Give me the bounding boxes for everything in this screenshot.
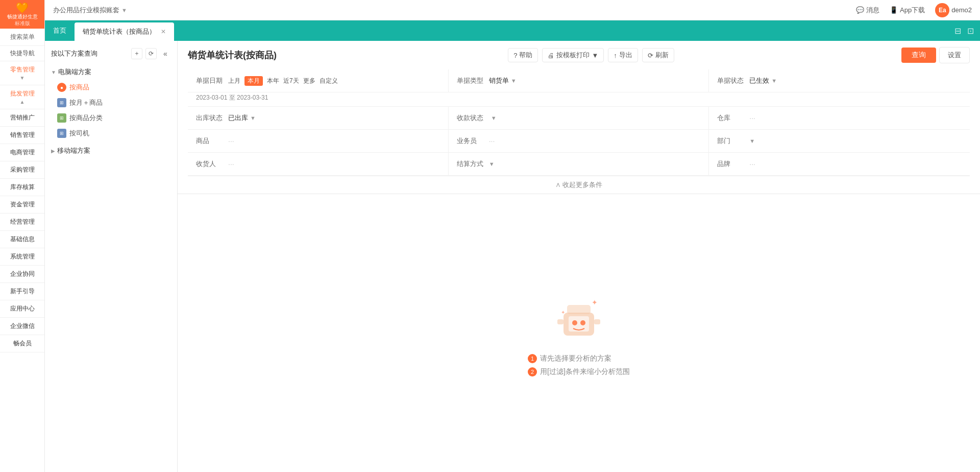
sidebar-item-basic[interactable]: 基础信息 bbox=[0, 231, 44, 248]
step-1-num: 1 bbox=[528, 354, 537, 363]
receiver-dots[interactable]: ··· bbox=[228, 160, 234, 168]
sidebar-item-ecommerce[interactable]: 电商管理 bbox=[0, 144, 44, 161]
scheme-item-by-category[interactable]: ⊞ 按商品分类 bbox=[45, 110, 177, 126]
svg-rect-6 bbox=[567, 305, 591, 314]
sidebar-item-wholesale-label: 批发管理 bbox=[10, 89, 35, 98]
dept-dropdown-arrow[interactable]: ▼ bbox=[749, 138, 755, 144]
empty-step-1: 1 请先选择要分析的方案 bbox=[528, 354, 630, 363]
empty-illustration: ✦ ✦ bbox=[551, 290, 607, 346]
settlement-dropdown-arrow[interactable]: ▼ bbox=[489, 161, 495, 167]
add-scheme-btn[interactable]: + bbox=[131, 48, 142, 59]
collapse-more-btn[interactable]: ∧ 收起更多条件 bbox=[188, 176, 970, 194]
scheme-item-by-month-product[interactable]: ⊞ 按月＋商品 bbox=[45, 95, 177, 110]
type-dropdown-arrow[interactable]: ▼ bbox=[511, 78, 517, 84]
payment-status-dropdown-arrow[interactable]: ▼ bbox=[491, 115, 497, 121]
sidebar-item-purchase[interactable]: 采购管理 bbox=[0, 161, 44, 179]
empty-step-1-text: 请先选择要分析的方案 bbox=[540, 354, 611, 363]
brand-dots[interactable]: ··· bbox=[749, 160, 755, 168]
logo-subtitle: 标准版 bbox=[15, 20, 30, 27]
page-title-row: 销货单统计表(按商品) ? 帮助 🖨 按模板打印 ▼ ↑ bbox=[188, 47, 970, 63]
scheme-item-by-cashier[interactable]: ⊞ 按司机 bbox=[45, 126, 177, 141]
print-btn[interactable]: 🖨 按模板打印 ▼ bbox=[542, 48, 604, 62]
date-range-display: 2023-03-01 至 2023-03-31 bbox=[196, 94, 268, 101]
salesperson-dots[interactable]: ··· bbox=[489, 137, 495, 145]
by-cashier-icon: ⊞ bbox=[57, 129, 66, 138]
this-month-btn[interactable]: 本月 bbox=[244, 76, 263, 86]
sidebar-item-operations[interactable]: 经营管理 bbox=[0, 214, 44, 231]
sidebar-search[interactable]: 搜索菜单 bbox=[0, 29, 44, 46]
export-btn[interactable]: ↑ 导出 bbox=[608, 48, 638, 62]
sidebar-item-sales[interactable]: 销售管理 bbox=[0, 127, 44, 144]
sidebar-item-system[interactable]: 系统管理 bbox=[0, 248, 44, 266]
sidebar-item-sales-label: 销售管理 bbox=[10, 131, 35, 139]
last7days-btn[interactable]: 近7天 bbox=[283, 77, 299, 85]
svg-rect-5 bbox=[594, 319, 600, 324]
sidebar-item-basic-label: 基础信息 bbox=[10, 235, 35, 244]
sidebar-item-coop[interactable]: 企业协同 bbox=[0, 266, 44, 283]
scheme-group-desktop: ▼ 电脑端方案 ● 按商品 ⊞ 按月＋商品 ⊞ 按商品分类 ⊞ 按司机 bbox=[45, 62, 177, 143]
sidebar-item-marketing[interactable]: 营销推广 bbox=[0, 109, 44, 127]
scheme-item-by-product[interactable]: ● 按商品 bbox=[45, 80, 177, 95]
sidebar: 🧡 畅捷通好生意 标准版 搜索菜单 快捷导航 零售管理 ▼ 批发管理 ▲ 营销推… bbox=[0, 0, 45, 472]
sidebar-item-guide[interactable]: 新手引导 bbox=[0, 283, 44, 300]
sidebar-item-finance[interactable]: 资金管理 bbox=[0, 196, 44, 214]
sidebar-item-member[interactable]: 畅会员 bbox=[0, 335, 44, 352]
sidebar-quick-nav[interactable]: 快捷导航 bbox=[0, 46, 44, 61]
product-dots[interactable]: ··· bbox=[228, 137, 234, 145]
sidebar-item-system-label: 系统管理 bbox=[10, 252, 35, 261]
chevron-right-icon: ▶ bbox=[51, 148, 55, 154]
app-download-btn[interactable]: 📱 App下载 bbox=[890, 6, 925, 15]
filter-cell-product: 商品 ··· bbox=[188, 130, 449, 152]
filter-cell-outbound: 出库状态 已出库 ▼ bbox=[188, 107, 449, 129]
app-download-icon: 📱 bbox=[890, 6, 898, 14]
message-btn[interactable]: 💬 消息 bbox=[856, 6, 879, 15]
outbound-dropdown-arrow[interactable]: ▼ bbox=[250, 115, 256, 121]
query-btn[interactable]: 查询 bbox=[901, 48, 936, 63]
tab-maximize-btn[interactable]: ⊡ bbox=[965, 24, 976, 38]
tab-home[interactable]: 首页 bbox=[45, 20, 75, 41]
sidebar-item-finance-label: 资金管理 bbox=[10, 200, 35, 209]
settings-btn[interactable]: 设置 bbox=[939, 47, 970, 63]
collapse-left-btn[interactable]: « bbox=[160, 48, 171, 59]
sidebar-item-wholesale[interactable]: 批发管理 ▲ bbox=[0, 85, 44, 109]
sidebar-item-retail[interactable]: 零售管理 ▼ bbox=[0, 61, 44, 85]
scheme-desktop-header[interactable]: ▼ 电脑端方案 bbox=[45, 64, 177, 80]
print-icon: 🖨 bbox=[548, 52, 554, 59]
user-info[interactable]: Ea demo2 bbox=[935, 3, 972, 17]
tab-bar-actions: ⊟ ⊡ bbox=[952, 24, 980, 38]
tab-sales-stat-close[interactable]: ✕ bbox=[161, 28, 166, 35]
left-panel: 按以下方案查询 + ⟳ « ▼ 电脑端方案 ● 按商品 ⊞ 按月＋ bbox=[45, 41, 178, 472]
app-logo: 🧡 畅捷通好生意 标准版 bbox=[0, 0, 44, 29]
status-dropdown-arrow[interactable]: ▼ bbox=[771, 78, 777, 84]
filter-warehouse-value: ··· bbox=[749, 114, 962, 122]
custom-date-btn[interactable]: 自定义 bbox=[320, 77, 338, 85]
more-dates-btn[interactable]: 更多 bbox=[303, 77, 315, 85]
refresh-scheme-btn[interactable]: ⟳ bbox=[145, 48, 157, 59]
tab-minimize-btn[interactable]: ⊟ bbox=[952, 24, 963, 38]
tab-home-label: 首页 bbox=[53, 26, 66, 35]
filter-type-value: 销货单 ▼ bbox=[489, 76, 701, 85]
sidebar-item-inventory[interactable]: 库存核算 bbox=[0, 179, 44, 196]
scheme-mobile-header[interactable]: ▶ 移动端方案 bbox=[45, 143, 177, 158]
this-year-btn[interactable]: 本年 bbox=[267, 77, 279, 85]
warehouse-dots[interactable]: ··· bbox=[749, 114, 755, 122]
sidebar-item-wechat[interactable]: 企业微信 bbox=[0, 318, 44, 335]
step-2-num: 2 bbox=[528, 367, 537, 376]
filter-payment-status-value: ▼ bbox=[489, 115, 701, 121]
filter-brand-value: ··· bbox=[749, 160, 962, 168]
help-btn[interactable]: ? 帮助 bbox=[508, 48, 538, 62]
message-icon: 💬 bbox=[856, 6, 864, 14]
tab-bar: 首页 销货单统计表（按商品） ✕ ⊟ ⊡ bbox=[45, 20, 980, 41]
scheme-mobile-label: 移动端方案 bbox=[57, 146, 90, 155]
sidebar-item-retail-label: 零售管理 bbox=[10, 65, 35, 74]
sidebar-item-app-center[interactable]: 应用中心 bbox=[0, 300, 44, 318]
last-month-btn[interactable]: 上月 bbox=[228, 77, 240, 85]
filter-payment-status-label: 收款状态 bbox=[457, 113, 485, 123]
tab-sales-stat[interactable]: 销货单统计表（按商品） ✕ bbox=[75, 22, 174, 41]
header-dropdown-arrow[interactable]: ▼ bbox=[121, 7, 127, 13]
filter-row-1: 单据日期 上月 本月 本年 近7天 更多 自定义 bbox=[188, 69, 970, 92]
sidebar-item-wechat-label: 企业微信 bbox=[10, 322, 35, 331]
sidebar-item-operations-label: 经营管理 bbox=[10, 218, 35, 226]
refresh-btn[interactable]: ⟳ 刷新 bbox=[642, 48, 674, 62]
filter-cell-salesperson: 业务员 ··· bbox=[449, 130, 709, 152]
